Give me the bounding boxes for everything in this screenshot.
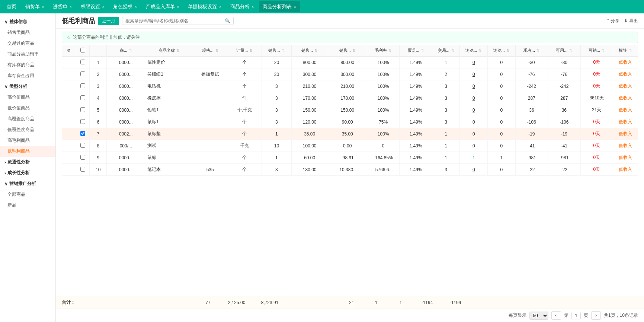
sidebar-item-low-value[interactable]: 低价值商品 bbox=[0, 103, 55, 114]
nav-roles-close[interactable]: × bbox=[135, 5, 137, 9]
nav-permissions[interactable]: 权限设置 × bbox=[77, 1, 108, 12]
nav-roles[interactable]: 角色授权 × bbox=[109, 1, 140, 12]
nav-purchase-close[interactable]: × bbox=[70, 5, 72, 9]
cell-code: 0000... bbox=[107, 80, 145, 92]
th-cover[interactable]: 覆盖... ⇅ bbox=[400, 45, 432, 57]
cell-browse2: 0 bbox=[488, 68, 516, 80]
cell-checkbox[interactable] bbox=[76, 152, 90, 164]
sidebar-group-overall[interactable]: ∨ 整体信息 bbox=[0, 16, 55, 27]
select-all-checkbox[interactable] bbox=[80, 48, 85, 52]
th-gross-rate[interactable]: 毛利率 ⇅ bbox=[367, 45, 399, 57]
th-saleable[interactable]: 可销... ⇅ bbox=[580, 45, 613, 57]
export-button[interactable]: ⬇ 导出 bbox=[624, 18, 638, 24]
sidebar-group-flow[interactable]: › 流通性分析 bbox=[0, 157, 55, 168]
cell-checkbox[interactable] bbox=[76, 57, 90, 68]
cell-browse1[interactable]: 0 bbox=[460, 116, 488, 128]
share-button[interactable]: ⤴ 分享 bbox=[607, 18, 619, 24]
footer-total-label: 合计： bbox=[62, 299, 75, 306]
nav-goods-analysis-close[interactable]: × bbox=[251, 5, 254, 9]
th-sale-amt[interactable]: 销售... ⇅ bbox=[291, 45, 328, 57]
th-tag[interactable]: 标签 ⇅ bbox=[613, 45, 638, 57]
filter-recent-month-button[interactable]: 近一月 bbox=[98, 17, 119, 25]
row-checkbox-8[interactable] bbox=[80, 155, 85, 160]
nav-sales-close[interactable]: × bbox=[42, 5, 44, 9]
sidebar-item-low-coverage[interactable]: 低覆盖度商品 bbox=[0, 124, 55, 135]
row-checkbox-5[interactable] bbox=[80, 119, 85, 124]
th-gear[interactable]: ⚙ bbox=[62, 45, 76, 57]
th-name[interactable]: 商品名称 ⇅ bbox=[145, 45, 193, 57]
cell-checkbox[interactable] bbox=[76, 164, 90, 176]
th-checkbox[interactable] bbox=[76, 45, 90, 57]
cell-browse1[interactable]: 0 bbox=[460, 128, 488, 140]
th-sale-profit[interactable]: 销售... ⇅ bbox=[328, 45, 367, 57]
cell-checkbox[interactable] bbox=[76, 140, 90, 152]
sidebar-item-high-coverage[interactable]: 高覆盖度商品 bbox=[0, 114, 55, 124]
sidebar-item-capital[interactable]: 库存资金占用 bbox=[0, 70, 55, 81]
sidebar-group-growth[interactable]: › 成长性分析 bbox=[0, 168, 55, 178]
cell-browse1[interactable]: 0 bbox=[460, 164, 488, 176]
sidebar-group-marketing[interactable]: ∨ 营销推广分析 bbox=[0, 178, 55, 189]
cell-browse1[interactable]: 0 bbox=[460, 92, 488, 104]
cell-sale-profit: 150.00 bbox=[328, 104, 367, 116]
row-checkbox-0[interactable] bbox=[80, 60, 85, 64]
row-checkbox-4[interactable] bbox=[80, 107, 85, 112]
th-trade[interactable]: 交易... ⇅ bbox=[432, 45, 460, 57]
cell-browse1[interactable]: 0 bbox=[460, 57, 488, 68]
cell-browse1[interactable]: 0 bbox=[460, 140, 488, 152]
nav-home[interactable]: 首页 bbox=[3, 1, 20, 12]
prev-page-button[interactable]: ＜ bbox=[551, 311, 561, 320]
cell-gear bbox=[62, 68, 76, 80]
sidebar-item-category-rate[interactable]: 商品分类助销率 bbox=[0, 49, 55, 60]
row-checkbox-1[interactable] bbox=[80, 71, 85, 76]
nav-sales[interactable]: 销货单 × bbox=[22, 1, 48, 12]
nav-purchase[interactable]: 进货单 × bbox=[49, 1, 75, 12]
sidebar-item-all-goods[interactable]: 全部商品 bbox=[0, 189, 55, 200]
nav-goods-analysis-list[interactable]: 商品分析列表 × bbox=[259, 1, 299, 12]
search-box[interactable]: 🔍 bbox=[122, 17, 234, 25]
cell-current: -22 bbox=[515, 164, 548, 176]
th-browse1[interactable]: 浏览... ⇅ bbox=[460, 45, 488, 57]
cell-checkbox[interactable] bbox=[76, 68, 90, 80]
cell-sale-profit: 90.00 bbox=[328, 116, 367, 128]
cell-checkbox[interactable] bbox=[76, 80, 90, 92]
nav-products[interactable]: 产成品入库单 × bbox=[142, 1, 183, 12]
th-current[interactable]: 现有... ⇅ bbox=[515, 45, 548, 57]
cell-browse1[interactable]: 0 bbox=[460, 104, 488, 116]
sidebar-item-high-value[interactable]: 高价值商品 bbox=[0, 92, 55, 103]
row-checkbox-7[interactable] bbox=[80, 143, 85, 148]
sidebar-group-type[interactable]: ∨ 类型分析 bbox=[0, 81, 55, 92]
cell-spec bbox=[193, 57, 227, 68]
cell-checkbox[interactable] bbox=[76, 128, 90, 140]
nav-templates[interactable]: 单据模板设置 × bbox=[184, 1, 225, 12]
sidebar-item-new-goods[interactable]: 新品 bbox=[0, 200, 55, 211]
cell-browse1[interactable]: 0 bbox=[460, 80, 488, 92]
search-input[interactable] bbox=[125, 18, 223, 23]
next-page-button[interactable]: ＞ bbox=[591, 311, 601, 320]
cell-browse1[interactable]: 0 bbox=[460, 68, 488, 80]
nav-templates-close[interactable]: × bbox=[219, 5, 221, 9]
cell-checkbox[interactable] bbox=[76, 92, 90, 104]
th-unit[interactable]: 计量... ⇅ bbox=[227, 45, 262, 57]
row-checkbox-9[interactable] bbox=[80, 167, 85, 172]
nav-goods-analysis[interactable]: 商品分析 × bbox=[227, 1, 257, 12]
nav-permissions-close[interactable]: × bbox=[102, 5, 105, 9]
nav-goods-analysis-list-close[interactable]: × bbox=[294, 5, 296, 9]
sidebar-item-low-gross[interactable]: 低毛利商品 bbox=[0, 146, 55, 157]
sidebar-item-high-gross[interactable]: 高毛利商品 bbox=[0, 135, 55, 146]
per-page-select[interactable]: 50 100 200 bbox=[529, 312, 548, 320]
row-checkbox-2[interactable] bbox=[80, 83, 85, 88]
row-checkbox-3[interactable] bbox=[80, 95, 85, 100]
row-checkbox-6[interactable] bbox=[80, 131, 85, 136]
th-sale-qty[interactable]: 销售... ⇅ bbox=[262, 45, 292, 57]
nav-products-close[interactable]: × bbox=[177, 5, 179, 9]
sidebar-item-stocked-goods[interactable]: 有库存的商品 bbox=[0, 60, 55, 70]
cell-checkbox[interactable] bbox=[76, 116, 90, 128]
th-browse2[interactable]: 浏览... ⇅ bbox=[488, 45, 516, 57]
sidebar-item-sales-goods[interactable]: 销售类商品 bbox=[0, 27, 55, 38]
th-available[interactable]: 可用... ⇅ bbox=[548, 45, 580, 57]
sidebar-item-traded-goods[interactable]: 交易过的商品 bbox=[0, 38, 55, 49]
th-spec[interactable]: 规格... ⇅ bbox=[193, 45, 227, 57]
search-icon[interactable]: 🔍 bbox=[225, 18, 230, 23]
cell-checkbox[interactable] bbox=[76, 104, 90, 116]
th-code[interactable]: 商... ⇅ bbox=[107, 45, 145, 57]
